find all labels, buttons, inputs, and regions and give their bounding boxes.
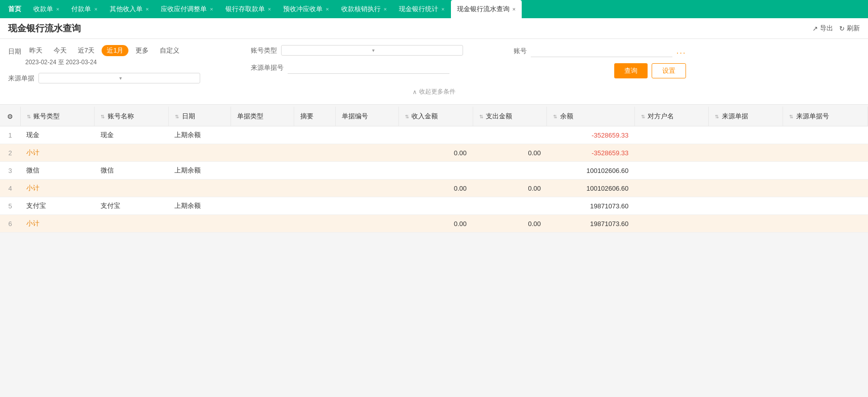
query-button[interactable]: 查询 [614,63,648,78]
cell-expense [473,126,547,144]
nav-item-payment[interactable]: 付款单 × [65,0,103,18]
column-source-doc-num[interactable]: ⇅ 来源单据号 [783,107,868,126]
chevron-down-icon: ▾ [372,48,459,53]
column-settings[interactable]: ⚙ [0,107,20,126]
data-table: ⚙ ⇅ 账号类型 ⇅ 账号名称 ⇅ 日期 单据类型 摘要 [0,107,868,233]
cell-counterpart [634,197,709,215]
cell-account-name [95,144,169,162]
account-input[interactable] [531,45,672,57]
cell-date [168,215,231,233]
page-header: 现金银行流水查询 ↗ 导出 ↻ 刷新 [0,18,868,39]
close-icon[interactable]: × [146,6,149,12]
more-options-icon[interactable]: ... [676,47,686,56]
settings-button[interactable]: 设置 [652,63,686,78]
close-icon[interactable]: × [56,6,59,12]
refresh-button[interactable]: ↻ 刷新 [839,24,860,33]
close-icon[interactable]: × [326,6,329,12]
cell-source-doc-num [783,162,868,180]
sort-icon: ⇅ [641,114,645,119]
collapse-bar[interactable]: ∧ 收起更多条件 [8,85,860,98]
nav-item-advance-write-off[interactable]: 预收冲应收单 × [277,0,335,18]
cell-balance: 19871073.60 [547,215,634,233]
cell-row-num: 2 [0,144,20,162]
sort-icon: ⇅ [479,114,483,119]
sort-icon: ⇅ [405,114,409,119]
cell-date: 上期余额 [168,162,231,180]
source-doc-select[interactable]: ▾ [38,73,200,83]
cell-balance: -3528659.33 [547,144,634,162]
nav-item-other-income[interactable]: 其他收入单 × [104,0,155,18]
close-icon[interactable]: × [210,6,213,12]
date-btn-7days[interactable]: 近7天 [74,45,99,56]
export-icon: ↗ [812,25,818,32]
cell-expense: 0.00 [473,215,547,233]
column-account-name[interactable]: ⇅ 账号名称 [95,107,169,126]
cell-balance: -3528659.33 [547,126,634,144]
column-account-type[interactable]: ⇅ 账号类型 [20,107,95,126]
cell-row-num: 6 [0,215,20,233]
nav-item-cash-bank-stats[interactable]: 现金银行统计 × [393,0,450,18]
close-icon[interactable]: × [94,6,97,12]
source-doc-num-label: 来源单据号 [251,63,284,72]
cell-doc-num [336,180,399,197]
nav-item-bank-deposit[interactable]: 银行存取款单 × [219,0,277,18]
column-date[interactable]: ⇅ 日期 [168,107,231,126]
date-btn-1month[interactable]: 近1月 [102,45,128,56]
date-btn-more[interactable]: 更多 [131,45,153,56]
nav-item-cash-bank-flow[interactable]: 现金银行流水查询 × [451,0,522,18]
date-btn-custom[interactable]: 自定义 [156,45,184,56]
cell-doc-type [231,126,294,144]
table-row: 4 小计 0.00 0.00 100102606.60 [0,180,868,197]
cell-summary [294,180,336,197]
cell-account-type: 微信 [20,162,95,180]
cell-income [398,162,473,180]
cell-row-num: 3 [0,162,20,180]
cell-balance: 19871073.60 [547,197,634,215]
source-doc-num-input[interactable] [288,62,449,74]
column-source-doc[interactable]: ⇅ 来源单据 [709,107,783,126]
close-icon[interactable]: × [268,6,271,12]
cell-account-name: 支付宝 [95,197,169,215]
source-doc-label: 来源单据 [8,74,34,83]
cell-source-doc-num [783,126,868,144]
cell-summary [294,126,336,144]
column-income[interactable]: ⇅ 收入金额 [398,107,473,126]
cell-doc-type [231,162,294,180]
sort-icon: ⇅ [789,114,793,119]
cell-doc-type [231,197,294,215]
cell-income [398,126,473,144]
cell-date [168,180,231,197]
date-btn-today[interactable]: 今天 [50,45,71,56]
cell-source-doc [709,180,783,197]
nav-item-ap-adjust[interactable]: 应收应付调整单 × [155,0,219,18]
column-counterpart[interactable]: ⇅ 对方户名 [634,107,709,126]
cell-income: 0.00 [398,144,473,162]
cell-account-type: 支付宝 [20,197,95,215]
cell-expense [473,162,547,180]
close-icon[interactable]: × [384,6,387,12]
settings-icon[interactable]: ⚙ [7,113,13,120]
table-row: 2 小计 0.00 0.00 -3528659.33 [0,144,868,162]
nav-item-home[interactable]: 首页 [2,0,27,18]
cell-expense: 0.00 [473,180,547,197]
data-table-container: ⚙ ⇅ 账号类型 ⇅ 账号名称 ⇅ 日期 单据类型 摘要 [0,107,868,233]
cell-source-doc-num [783,197,868,215]
column-balance[interactable]: ⇅ 余额 [547,107,634,126]
top-navigation: 首页 收款单 × 付款单 × 其他收入单 × 应收应付调整单 × 银行存取款单 … [0,0,868,18]
cell-account-type: 小计 [20,215,95,233]
cell-source-doc-num [783,144,868,162]
close-icon[interactable]: × [513,6,516,12]
cell-doc-num [336,197,399,215]
cell-doc-num [336,215,399,233]
column-expense[interactable]: ⇅ 支出金额 [473,107,547,126]
cell-counterpart [634,215,709,233]
export-button[interactable]: ↗ 导出 [812,24,833,33]
nav-item-collection-exec[interactable]: 收款核销执行 × [335,0,393,18]
cell-source-doc [709,144,783,162]
date-btn-yesterday[interactable]: 昨天 [25,45,47,56]
cell-doc-type [231,144,294,162]
account-type-select[interactable]: ▾ [281,45,463,56]
nav-item-receipt[interactable]: 收款单 × [27,0,65,18]
close-icon[interactable]: × [441,6,444,12]
cell-balance: 100102606.60 [547,180,634,197]
